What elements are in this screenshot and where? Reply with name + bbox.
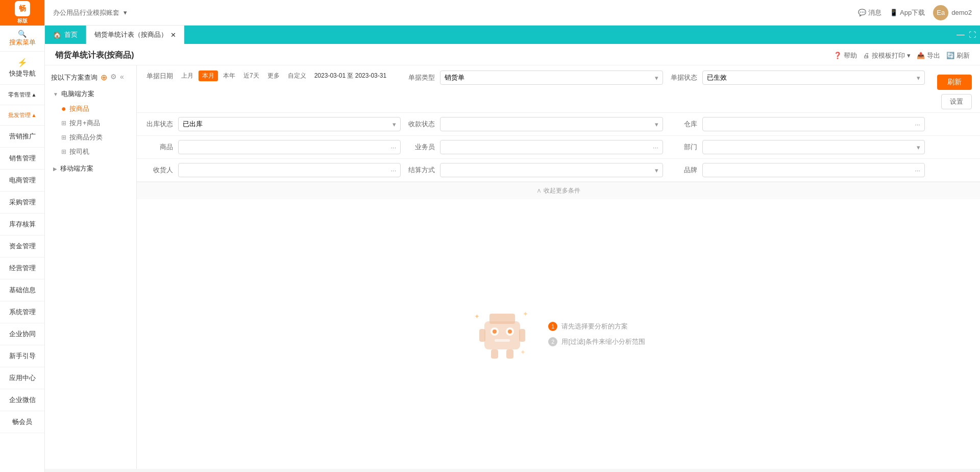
tree-item-by-category[interactable]: ⊞ 按商品分类: [57, 130, 132, 145]
grid-icon-3: ⊞: [61, 148, 66, 155]
svg-text:✦: ✦: [520, 348, 526, 356]
date-tab-this-month[interactable]: 本月: [199, 70, 218, 81]
docstatus-dropdown-icon: ▾: [917, 74, 920, 82]
warehouse-value: 已出库: [183, 120, 203, 129]
sidebar-item-guide[interactable]: 新手引导: [0, 345, 44, 367]
svg-point-5: [508, 329, 512, 334]
tab-actions: — ⛶: [952, 26, 980, 44]
svg-rect-8: [519, 329, 525, 342]
tree-pc-section[interactable]: ▼ 电脑端方案: [49, 86, 132, 102]
tab-minimize-icon[interactable]: —: [957, 30, 965, 39]
filter-docstatus-group: 单据状态 已生效 ▾: [669, 70, 925, 85]
sidebar-item-sales[interactable]: 销售管理: [0, 148, 44, 170]
sidebar-item-collab[interactable]: 企业协同: [0, 323, 44, 345]
sidebar-item-wechat[interactable]: 企业微信: [0, 389, 44, 411]
tree-item-by-goods[interactable]: ● 按商品: [57, 102, 132, 116]
sidebar-item-retail[interactable]: 零售管理 ▲: [0, 85, 44, 105]
storage-select[interactable]: ···: [702, 117, 925, 131]
username: demo2: [951, 9, 972, 16]
filter-department: 部门 ▾: [669, 140, 925, 154]
date-tab-custom[interactable]: 自定义: [285, 70, 309, 81]
query-button[interactable]: 刷新: [937, 75, 972, 90]
payment-select[interactable]: ▾: [440, 117, 663, 131]
app-logo: 畅 标版: [0, 0, 44, 26]
page-header: 销货单统计表(按商品) ❓ 帮助 🖨 按模板打印 ▾ 📤 导出: [45, 44, 980, 65]
payment-label: 收款状态: [407, 120, 440, 129]
refresh-button[interactable]: 🔄 刷新: [946, 51, 970, 60]
doctype-select[interactable]: 销货单 ▾: [440, 70, 663, 85]
department-select[interactable]: ▾: [702, 140, 925, 154]
sidebar-item-appcenter[interactable]: 应用中心: [0, 367, 44, 389]
filter-recipient: 收货人 ···: [145, 163, 401, 177]
settings-button[interactable]: 设置: [941, 94, 972, 109]
breadcrumb: 办公用品行业模拟账套 ▾: [53, 8, 127, 17]
payment-dropdown-icon: ▾: [655, 121, 658, 128]
date-tab-last-month[interactable]: 上月: [178, 70, 197, 81]
svg-text:✦: ✦: [474, 313, 480, 320]
right-panel: 单据日期 上月 本月 本年 近7天 更多 自定义 2023-03-01 至 20…: [137, 65, 980, 469]
sidebar-item-finance[interactable]: 资金管理: [0, 235, 44, 257]
page-actions: ❓ 帮助 🖨 按模板打印 ▾ 📤 导出 🔄 刷新: [834, 51, 970, 60]
sidebar-item-member[interactable]: 畅会员: [0, 411, 44, 433]
user-profile[interactable]: Ea demo2: [933, 5, 972, 20]
filter-settlement: 结算方式 ▾: [407, 163, 663, 177]
sidebar-item-marketing[interactable]: 营销推广: [0, 126, 44, 148]
tree-mobile-section[interactable]: ▶ 移动端方案: [49, 161, 132, 176]
print-button[interactable]: 🖨 按模板打印 ▾: [863, 51, 911, 60]
sidebar-item-ecommerce[interactable]: 电商管理: [0, 170, 44, 192]
export-button[interactable]: 📤 导出: [917, 51, 940, 60]
sidebar-item-operations[interactable]: 经营管理: [0, 257, 44, 279]
doctype-value: 销货单: [445, 73, 464, 82]
salesperson-dots-icon: ···: [653, 144, 658, 151]
add-scheme-icon[interactable]: ⊕: [101, 73, 107, 82]
svg-point-4: [493, 329, 497, 334]
tab-maximize-icon[interactable]: ⛶: [969, 31, 976, 39]
settings-scheme-icon[interactable]: ⚙: [110, 73, 117, 82]
docstatus-label: 单据状态: [669, 73, 702, 82]
docstatus-select[interactable]: 已生效 ▾: [702, 70, 925, 85]
tree-item-by-month-goods[interactable]: ⊞ 按月+商品: [57, 116, 132, 130]
tree-item-by-driver[interactable]: ⊞ 按司机: [57, 145, 132, 159]
settlement-select[interactable]: ▾: [440, 163, 663, 177]
tab-sales-stat[interactable]: 销货单统计表（按商品） ✕: [86, 26, 184, 44]
doctype-label: 单据类型: [407, 73, 440, 82]
filter-payment-status: 收款状态 ▾: [407, 117, 663, 131]
message-button[interactable]: 💬 消息: [858, 8, 881, 17]
dropdown-arrow-icon[interactable]: ▾: [124, 9, 127, 16]
sidebar-item-inventory[interactable]: 库存核算: [0, 214, 44, 235]
warehouse-select[interactable]: 已出库 ▾: [178, 117, 401, 131]
svg-rect-9: [491, 349, 498, 359]
help-button[interactable]: ❓ 帮助: [834, 51, 857, 60]
docstatus-value: 已生效: [707, 73, 727, 82]
sidebar-item-purchase[interactable]: 采购管理: [0, 192, 44, 214]
tab-home[interactable]: 🏠 首页: [45, 26, 86, 44]
recipient-select[interactable]: ···: [178, 163, 401, 177]
sidebar-item-search[interactable]: 🔍 搜索菜单: [0, 26, 44, 52]
header-actions: 💬 消息 📱 App下载 Ea demo2: [858, 5, 972, 20]
salesperson-select[interactable]: ···: [440, 140, 663, 154]
filter-goods: 商品 ···: [145, 140, 401, 154]
collapse-panel-icon[interactable]: «: [120, 73, 124, 82]
sidebar-item-system[interactable]: 系统管理: [0, 301, 44, 323]
salesperson-label: 业务员: [407, 143, 440, 152]
left-panel-header: 按以下方案查询 ⊕ ⚙ «: [45, 70, 136, 86]
brand-select[interactable]: ···: [702, 163, 925, 177]
collapse-filters-button[interactable]: ∧ 收起更多条件: [137, 182, 980, 199]
query-actions: 刷新 设置: [931, 70, 972, 109]
sidebar-item-wholesale[interactable]: 批发管理 ▲: [0, 105, 44, 126]
app-subtitle: 标版: [17, 17, 28, 25]
print-dropdown-icon[interactable]: ▾: [907, 52, 911, 59]
date-tab-7days[interactable]: 近7天: [240, 70, 262, 81]
active-item-icon: ●: [61, 104, 66, 113]
industry-label: 办公用品行业模拟账套: [53, 8, 119, 17]
sidebar-item-quicknav[interactable]: ⚡ 快捷导航: [0, 52, 44, 85]
date-tab-this-year[interactable]: 本年: [220, 70, 238, 81]
app-download-button[interactable]: 📱 App下载: [890, 8, 925, 17]
goods-label: 商品: [145, 143, 178, 152]
date-tab-more[interactable]: 更多: [264, 70, 283, 81]
settlement-dropdown-icon: ▾: [655, 167, 658, 174]
sidebar-item-basic-info[interactable]: 基础信息: [0, 279, 44, 301]
tab-close-icon[interactable]: ✕: [170, 31, 176, 39]
goods-select[interactable]: ···: [178, 140, 401, 154]
tip-number-2: 2: [548, 337, 557, 346]
